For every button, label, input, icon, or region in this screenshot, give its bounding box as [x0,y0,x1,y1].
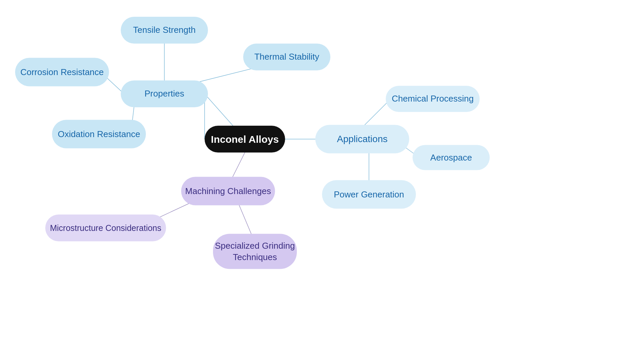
aerospace-node: Aerospace [413,145,490,170]
thermal-stability-node: Thermal Stability [243,44,330,70]
applications-node: Applications [315,125,409,154]
center-node: Inconel Alloys [205,126,285,153]
properties-node: Properties [121,80,208,107]
power-generation-node: Power Generation [322,180,416,209]
oxidation-resistance-node: Oxidation Resistance [52,120,146,148]
specialized-grinding-techniques-node: Specialized Grinding Techniques [213,234,297,269]
svg-line-10 [231,153,245,179]
tensile-strength-node: Tensile Strength [121,17,208,44]
chemical-processing-node: Chemical Processing [386,86,480,112]
machining-challenges-node: Machining Challenges [181,177,275,205]
corrosion-resistance-node: Corrosion Resistance [15,58,109,86]
microstructure-considerations-node: Microstructure Considerations [45,215,166,241]
svg-line-12 [238,203,252,235]
